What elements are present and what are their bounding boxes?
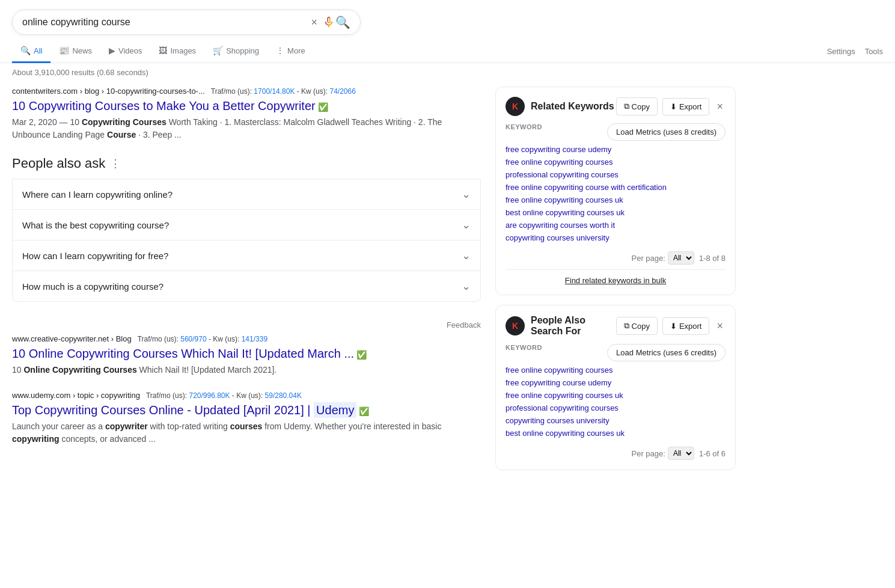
export-icon: ⬇ xyxy=(670,102,677,111)
copy-button[interactable]: ⧉ Copy xyxy=(616,317,658,335)
card-footer: Per page: All 10 25 1-6 of 6 xyxy=(506,447,725,460)
list-item: free copywriting course udemy xyxy=(506,376,725,389)
settings-link[interactable]: Settings xyxy=(827,47,855,56)
paa-item: How can I learn copywriting for free? ⌄ xyxy=(12,240,481,271)
result-title[interactable]: Top Copywriting Courses Online - Updated… xyxy=(12,402,356,418)
export-button[interactable]: ⬇ Export xyxy=(662,98,710,115)
verified-icon: ✅ xyxy=(318,102,328,112)
card-columns: KEYWORD Load Metrics (uses 6 credits) xyxy=(506,344,725,361)
people-also-search-card: K People Also Search For ⧉ Copy ⬇ Export… xyxy=(495,305,736,470)
tab-more[interactable]: ⋮ More xyxy=(267,40,314,63)
main-layout: contentwriters.com › blog › 10-copywriti… xyxy=(0,82,895,485)
k-logo-icon: K xyxy=(506,316,525,335)
tab-news[interactable]: 📰 News xyxy=(50,40,100,63)
k-logo-icon: K xyxy=(506,97,525,116)
keyword-link[interactable]: professional copywriting courses xyxy=(506,168,725,181)
nav-right: Settings Tools xyxy=(827,47,883,56)
load-metrics-button[interactable]: Load Metrics (uses 8 credits) xyxy=(607,123,725,141)
paa-question-1[interactable]: Where can I learn copywriting online? ⌄ xyxy=(13,179,480,209)
find-bulk-link[interactable]: Find related keywords in bulk xyxy=(506,269,725,285)
keyword-column-header: KEYWORD xyxy=(506,123,542,130)
per-page-label: Per page: All 10 25 xyxy=(632,251,694,265)
keyword-link[interactable]: copywriting courses university xyxy=(506,414,725,427)
keyword-link[interactable]: are copywriting courses worth it xyxy=(506,219,725,231)
mic-icon[interactable] xyxy=(322,16,335,29)
card-title-area: K People Also Search For xyxy=(506,315,616,337)
tab-images[interactable]: 🖼 Images xyxy=(150,40,204,63)
results-column: contentwriters.com › blog › 10-copywriti… xyxy=(12,87,481,480)
keyword-link[interactable]: free online copywriting courses xyxy=(506,156,725,168)
result-title[interactable]: 10 Copywriting Courses to Make You a Bet… xyxy=(12,99,316,112)
keyword-link[interactable]: best online copywriting courses uk xyxy=(506,427,725,439)
sidebar-column: K Related Keywords ⧉ Copy ⬇ Export × KE xyxy=(495,87,736,480)
close-button[interactable]: × xyxy=(714,98,725,115)
search-bar-area: × 🔍 xyxy=(0,0,895,35)
result-metrics: Traf/mo (us): 1700/14.80K - Kw (us): 74/… xyxy=(211,87,356,96)
paa-item: Where can I learn copywriting online? ⌄ xyxy=(12,179,481,210)
export-button[interactable]: ⬇ Export xyxy=(662,317,710,335)
videos-icon: ▶ xyxy=(109,46,115,55)
load-metrics-button[interactable]: Load Metrics (uses 6 credits) xyxy=(607,344,725,361)
result-url-line: contentwriters.com › blog › 10-copywriti… xyxy=(12,87,481,96)
list-item: free online copywriting courses uk xyxy=(506,194,725,206)
per-page-label: Per page: All 10 25 xyxy=(632,447,694,460)
card-actions: ⧉ Copy ⬇ Export × xyxy=(616,97,725,115)
per-page-select[interactable]: All 10 25 xyxy=(668,251,694,265)
pagination-info: 1-6 of 6 xyxy=(699,449,725,458)
keyword-link[interactable]: free copywriting course udemy xyxy=(506,376,725,389)
paa-menu-icon[interactable]: ⋮ xyxy=(110,157,121,170)
list-item: free online copywriting courses xyxy=(506,156,725,168)
keyword-link[interactable]: free copywriting course udemy xyxy=(506,143,725,156)
copy-icon: ⧉ xyxy=(624,321,629,331)
result-url: www.creative-copywriter.net › Blog xyxy=(12,334,132,343)
paa-question-3[interactable]: How can I learn copywriting for free? ⌄ xyxy=(13,240,480,271)
nav-tabs: 🔍 All 📰 News ▶ Videos 🖼 Images 🛒 Shoppin… xyxy=(0,35,895,63)
images-icon: 🖼 xyxy=(159,46,167,55)
copy-button[interactable]: ⧉ Copy xyxy=(616,97,658,115)
keyword-link[interactable]: professional copywriting courses xyxy=(506,402,725,414)
pagination-info: 1-8 of 8 xyxy=(699,254,725,263)
related-keywords-card: K Related Keywords ⧉ Copy ⬇ Export × KE xyxy=(495,87,736,295)
list-item: professional copywriting courses xyxy=(506,168,725,181)
copy-icon: ⧉ xyxy=(624,102,629,111)
list-item: free online copywriting course with cert… xyxy=(506,181,725,194)
paa-question-4[interactable]: How much is a copywriting course? ⌄ xyxy=(13,271,480,301)
shopping-icon: 🛒 xyxy=(213,46,223,55)
chevron-down-icon: ⌄ xyxy=(462,188,471,201)
per-page-select[interactable]: All 10 25 xyxy=(668,447,694,460)
all-icon: 🔍 xyxy=(20,46,31,55)
keyword-column-header: KEYWORD xyxy=(506,344,542,351)
search-input[interactable] xyxy=(22,17,311,28)
keyword-link[interactable]: best online copywriting courses uk xyxy=(506,206,725,219)
highlight-udemy: Udemy xyxy=(314,402,356,418)
verified-icon: ✅ xyxy=(359,406,369,416)
tab-all[interactable]: 🔍 All xyxy=(12,40,50,63)
paa-item: How much is a copywriting course? ⌄ xyxy=(12,271,481,302)
card-header: K Related Keywords ⧉ Copy ⬇ Export × xyxy=(506,97,725,116)
clear-icon[interactable]: × xyxy=(311,16,317,29)
chevron-down-icon: ⌄ xyxy=(462,280,471,293)
list-item: copywriting courses university xyxy=(506,414,725,427)
feedback-text[interactable]: Feedback xyxy=(447,320,481,329)
tab-shopping[interactable]: 🛒 Shopping xyxy=(204,40,267,63)
paa-question-2[interactable]: What is the best copywriting course? ⌄ xyxy=(13,210,480,240)
keyword-link[interactable]: free online copywriting course with cert… xyxy=(506,181,725,194)
list-item: professional copywriting courses xyxy=(506,402,725,414)
tab-videos[interactable]: ▶ Videos xyxy=(100,40,151,63)
close-button[interactable]: × xyxy=(714,317,725,335)
tools-link[interactable]: Tools xyxy=(865,47,883,56)
keyword-link[interactable]: free online copywriting courses uk xyxy=(506,389,725,402)
people-also-search-list: free online copywriting courses free cop… xyxy=(506,364,725,439)
result-title[interactable]: 10 Online Copywriting Courses Which Nail… xyxy=(12,347,354,360)
news-icon: 📰 xyxy=(59,46,69,55)
result-metrics: Traf/mo (us): 720/996.80K - Kw (us): 59/… xyxy=(146,391,302,400)
search-submit-icon[interactable]: 🔍 xyxy=(335,15,350,29)
result-url: www.udemy.com › topic › copywriting xyxy=(12,391,140,400)
keyword-link[interactable]: free online copywriting courses xyxy=(506,364,725,376)
result-item: www.creative-copywriter.net › Blog Traf/… xyxy=(12,334,481,376)
keyword-link[interactable]: copywriting courses university xyxy=(506,231,725,244)
list-item: free online copywriting courses uk xyxy=(506,389,725,402)
people-also-search-title: People Also Search For xyxy=(531,315,616,337)
keyword-link[interactable]: free online copywriting courses uk xyxy=(506,194,725,206)
result-snippet: Mar 2, 2020 — 10 Copywriting Courses Wor… xyxy=(12,116,481,141)
